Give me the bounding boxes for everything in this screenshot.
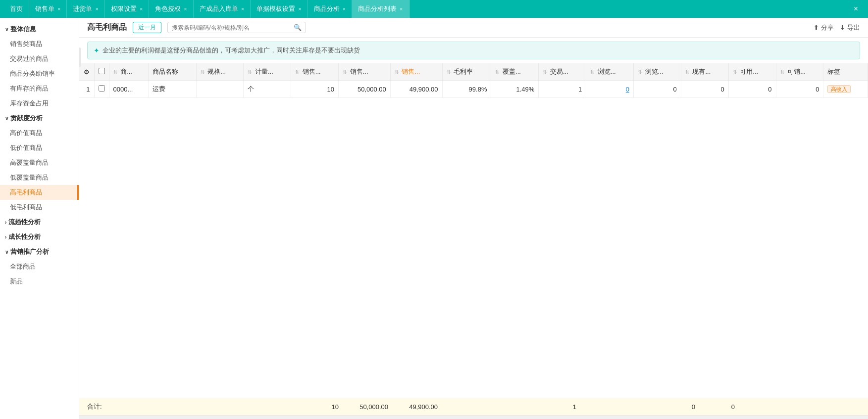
nav-analysis[interactable]: 商品分析 × bbox=[308, 0, 352, 18]
row-code: 0000... bbox=[109, 81, 148, 98]
nav-role[interactable]: 角色授权 × bbox=[149, 0, 193, 18]
data-table: ⚙ 商... 商品名称 规格... bbox=[79, 63, 868, 98]
info-icon: ✦ bbox=[94, 47, 100, 54]
nav-warehouse-label: 产成品入库单 bbox=[200, 4, 238, 13]
nav-sales-close[interactable]: × bbox=[57, 6, 60, 12]
col-sales2[interactable]: 销售... bbox=[339, 63, 391, 81]
sidebar-item-low-value[interactable]: 低价值商品 bbox=[0, 140, 79, 155]
sidebar-item-sales-goods[interactable]: 销售类商品 bbox=[0, 37, 79, 51]
row-index: 1 bbox=[79, 81, 94, 98]
sidebar-item-all-goods[interactable]: 全部商品 bbox=[0, 259, 79, 274]
footer-spacer4 bbox=[622, 403, 662, 411]
row-check bbox=[94, 81, 109, 98]
search-box: 🔍 bbox=[167, 22, 306, 33]
content-header: 高毛利商品 近一月 🔍 ⬆ 分享 ⬇ 导出 bbox=[79, 18, 868, 38]
select-all-checkbox[interactable] bbox=[99, 68, 105, 74]
sidebar-item-high-margin[interactable]: 高毛利商品 bbox=[0, 185, 79, 200]
nav-warehouse-close[interactable]: × bbox=[241, 6, 244, 12]
sidebar-item-new-goods[interactable]: 新品 bbox=[0, 274, 79, 289]
nav-sales-label: 销售单 bbox=[35, 4, 54, 13]
sidebar-item-low-margin[interactable]: 低毛利商品 bbox=[0, 200, 79, 215]
nav-permission-close[interactable]: × bbox=[140, 6, 143, 12]
top-nav: 首页 销售单 × 进货单 × 权限设置 × 角色授权 × 产成品入库单 × 单据… bbox=[0, 0, 868, 18]
nav-purchase-label: 进货单 bbox=[73, 4, 92, 13]
section-overall-label: 整体信息 bbox=[10, 25, 36, 34]
table-container[interactable]: ⚙ 商... 商品名称 规格... bbox=[79, 63, 868, 398]
row-browse1[interactable]: 0 bbox=[586, 81, 634, 98]
col-coverage[interactable]: 覆盖... bbox=[491, 63, 539, 81]
footer-sales3: 49,900.00 bbox=[394, 403, 444, 411]
nav-purchase-close[interactable]: × bbox=[95, 6, 98, 12]
nav-permission-label: 权限设置 bbox=[111, 4, 137, 13]
nav-warehouse[interactable]: 产成品入库单 × bbox=[194, 0, 251, 18]
footer-total: 合计: 10 50,000.00 49,900.00 1 bbox=[79, 398, 868, 415]
period-button[interactable]: 近一月 bbox=[133, 22, 161, 33]
footer-spacer2 bbox=[444, 403, 543, 411]
col-spec[interactable]: 规格... bbox=[196, 63, 244, 81]
sidebar-section-growth[interactable]: › 成长性分析 bbox=[0, 230, 79, 244]
row-sales3: 49,900.00 bbox=[390, 81, 442, 98]
nav-analysis-list[interactable]: 商品分析列表 × bbox=[352, 0, 409, 18]
footer-sales1: 10 bbox=[305, 403, 345, 411]
nav-sales[interactable]: 销售单 × bbox=[29, 0, 67, 18]
total-label: 合计: bbox=[87, 402, 176, 411]
footer-transactions: 1 bbox=[543, 403, 582, 411]
sidebar-collapse-btn[interactable]: « bbox=[79, 47, 81, 67]
section-overall-arrow: ∨ bbox=[5, 27, 8, 32]
search-input[interactable] bbox=[172, 24, 294, 31]
nav-home[interactable]: 首页 bbox=[4, 0, 29, 18]
col-transactions[interactable]: 交易... bbox=[539, 63, 586, 81]
section-trend-label: 流趋性分析 bbox=[8, 218, 41, 227]
col-gross-rate[interactable]: 毛利率 bbox=[442, 63, 491, 81]
col-code[interactable]: 商... bbox=[109, 63, 148, 81]
sidebar-item-in-stock[interactable]: 有库存的商品 bbox=[0, 81, 79, 96]
section-marketing-arrow: ∨ bbox=[5, 249, 8, 255]
nav-analysis-list-label: 商品分析列表 bbox=[358, 4, 397, 13]
sidebar-section-contribution[interactable]: ∨ 贡献度分析 bbox=[0, 111, 79, 126]
sidebar-item-high-coverage[interactable]: 高覆盖量商品 bbox=[0, 155, 79, 170]
nav-analysis-close[interactable]: × bbox=[343, 6, 346, 12]
row-sales2: 50,000.00 bbox=[339, 81, 391, 98]
col-browse2[interactable]: 浏览... bbox=[633, 63, 681, 81]
sidebar-item-traded-goods[interactable]: 交易过的商品 bbox=[0, 51, 79, 66]
sidebar-item-category-rate[interactable]: 商品分类助销率 bbox=[0, 66, 79, 81]
nav-template[interactable]: 单据模板设置 × bbox=[251, 0, 307, 18]
export-button[interactable]: ⬇ 导出 bbox=[840, 23, 860, 32]
section-marketing-label: 营销推广分析 bbox=[10, 247, 49, 256]
sidebar-section-trend[interactable]: › 流趋性分析 bbox=[0, 215, 79, 230]
sidebar: ∨ 整体信息 销售类商品 交易过的商品 商品分类助销率 有库存的商品 库存资金占… bbox=[0, 18, 79, 419]
sidebar-item-high-value[interactable]: 高价值商品 bbox=[0, 126, 79, 140]
nav-role-close[interactable]: × bbox=[184, 6, 187, 12]
sidebar-section-overall[interactable]: ∨ 整体信息 bbox=[0, 22, 79, 37]
col-stock3[interactable]: 可销... bbox=[776, 63, 823, 81]
share-icon: ⬆ bbox=[814, 24, 819, 31]
nav-purchase[interactable]: 进货单 × bbox=[67, 0, 104, 18]
row-checkbox[interactable] bbox=[99, 85, 105, 92]
col-browse1[interactable]: 浏览... bbox=[586, 63, 634, 81]
nav-analysis-list-close[interactable]: × bbox=[400, 6, 403, 12]
sidebar-section-marketing[interactable]: ∨ 营销推广分析 bbox=[0, 244, 79, 259]
sidebar-item-low-coverage[interactable]: 低覆盖量商品 bbox=[0, 170, 79, 185]
col-sales1[interactable]: 销售... bbox=[291, 63, 339, 81]
col-stock1[interactable]: 现有... bbox=[681, 63, 728, 81]
col-stock2[interactable]: 可用... bbox=[728, 63, 776, 81]
share-button[interactable]: ⬆ 分享 bbox=[814, 23, 834, 32]
col-settings[interactable]: ⚙ bbox=[79, 63, 94, 81]
row-stock3: 0 bbox=[776, 81, 823, 98]
nav-template-label: 单据模板设置 bbox=[256, 4, 295, 13]
nav-role-label: 角色授权 bbox=[155, 4, 181, 13]
col-sales3[interactable]: 销售... bbox=[390, 63, 442, 81]
sidebar-item-stock-capital[interactable]: 库存资金占用 bbox=[0, 96, 79, 111]
section-growth-label: 成长性分析 bbox=[8, 233, 41, 241]
bottom-scrollbar[interactable] bbox=[79, 415, 868, 419]
row-transactions: 1 bbox=[539, 81, 586, 98]
row-sales1: 10 bbox=[291, 81, 339, 98]
window-close-button[interactable]: × bbox=[848, 0, 864, 18]
section-trend-arrow: › bbox=[5, 220, 6, 225]
header-actions: ⬆ 分享 ⬇ 导出 bbox=[814, 23, 860, 32]
search-icon[interactable]: 🔍 bbox=[294, 24, 302, 31]
col-unit[interactable]: 计量... bbox=[244, 63, 291, 81]
col-check bbox=[94, 63, 109, 81]
nav-permission[interactable]: 权限设置 × bbox=[105, 0, 149, 18]
nav-template-close[interactable]: × bbox=[298, 6, 301, 12]
